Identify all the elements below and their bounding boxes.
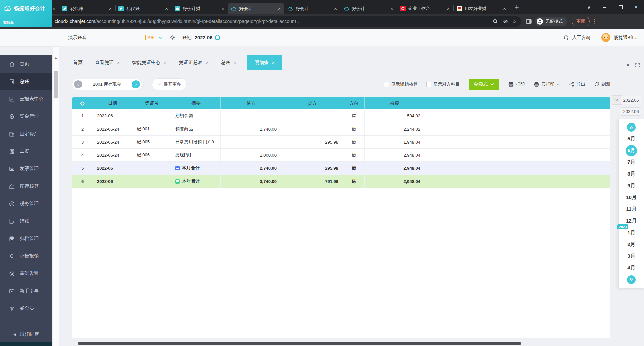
account-set-name[interactable]: 演示账套 xyxy=(68,35,87,41)
side-panel-icon[interactable] xyxy=(526,19,532,24)
browser-tab[interactable]: 好会计× xyxy=(284,3,341,14)
table-row[interactable]: 22022-06-24记-001销售商品1,740.00借2,244.02 xyxy=(72,122,610,136)
show-aux-checkbox[interactable]: 显示辅助核算 xyxy=(384,81,418,87)
sidebar-item-tax[interactable]: 税税务管理 xyxy=(0,195,52,212)
month-item-2月[interactable]: 2月 xyxy=(619,239,644,250)
sidebar-scrollbar[interactable]: ▲ xyxy=(52,47,59,346)
voucher-link[interactable]: 记-001 xyxy=(137,126,150,132)
user-name[interactable]: 畅捷通B组... xyxy=(614,35,639,41)
url-text[interactable]: cloud2.chanjet.com/accounting/uh26t264j5… xyxy=(55,19,301,24)
next-account-icon[interactable]: › xyxy=(132,80,140,88)
sidebar-item-member[interactable]: V畅会员 xyxy=(0,300,52,317)
horizontal-scrollbar-thumb[interactable] xyxy=(78,342,521,345)
update-button[interactable]: 更新 xyxy=(572,17,590,26)
tab-close-icon[interactable]: × xyxy=(502,6,507,11)
browser-tab[interactable]: 用友好业财× xyxy=(453,3,510,14)
tab-close-icon[interactable]: × xyxy=(117,60,120,65)
month-item-6月[interactable]: 6月 xyxy=(619,145,644,156)
tab-close-icon[interactable]: × xyxy=(52,6,56,11)
sidebar-item-salary[interactable]: 工资 xyxy=(0,143,52,160)
tab-close-icon[interactable]: × xyxy=(234,60,236,65)
sidebar-item-invoice[interactable]: 发票管理 xyxy=(0,160,52,178)
export-button[interactable]: 导出 xyxy=(569,81,585,87)
scroll-months-up-button[interactable] xyxy=(627,123,636,132)
amount-style-button[interactable]: 金额式 xyxy=(469,79,499,90)
new-tab-button[interactable]: + xyxy=(515,4,519,11)
scroll-months-down-button[interactable] xyxy=(627,275,636,284)
table-row[interactable]: 52022-06本月合计2,740.00295.98借2,948.04 xyxy=(72,162,610,175)
page-tab-查看凭证[interactable]: 查看凭证× xyxy=(93,55,121,70)
calendar-icon[interactable] xyxy=(215,35,220,40)
sidebar-item-fixed-assets[interactable]: 固定资产 xyxy=(0,125,52,143)
table-row[interactable]: 42022-06-24记-006提现[预]1,000.00借2,948.04 xyxy=(72,149,610,162)
column-settings-cell[interactable] xyxy=(72,97,93,109)
page-tab-智能凭证中心[interactable]: 智能凭证中心× xyxy=(130,55,168,70)
tab-close-icon[interactable]: × xyxy=(164,6,169,11)
cloud-print-button[interactable]: 云打印 xyxy=(534,81,560,87)
sidebar-item-closing[interactable]: 结账 xyxy=(0,212,52,230)
sidebar-item-cloud-reports[interactable]: 云报表中心 xyxy=(0,90,52,108)
fullscreen-icon[interactable] xyxy=(635,63,640,68)
settings-gear-icon[interactable] xyxy=(170,35,176,41)
month-item-9月[interactable]: 9月 xyxy=(619,180,644,192)
month-item-7月[interactable]: 7月 xyxy=(619,156,644,168)
checkbox-icon[interactable] xyxy=(426,82,431,87)
browser-tab[interactable]: 易代账× xyxy=(115,3,172,14)
month-item-10月[interactable]: 10月 xyxy=(619,192,644,203)
restore-button[interactable] xyxy=(612,0,628,14)
browser-menu-icon[interactable] xyxy=(594,19,595,24)
month-item-11月[interactable]: 11月 xyxy=(619,203,644,215)
expand-more-button[interactable]: 展开更多 xyxy=(152,78,187,90)
table-row[interactable]: 12022-06期初余额借504.02 xyxy=(72,109,610,122)
close-page-icon[interactable]: × xyxy=(626,62,630,68)
browser-tab[interactable]: 好会计× xyxy=(228,3,284,14)
voucher-link[interactable]: 记-005 xyxy=(137,139,150,145)
tab-close-icon[interactable]: × xyxy=(221,6,225,11)
browser-tab[interactable]: 好会计× xyxy=(341,3,397,14)
scrollbar-thumb[interactable] xyxy=(54,71,58,98)
account-selector[interactable]: ‹ 1001 库存现金 › xyxy=(72,79,142,90)
page-tab-明细账[interactable]: 明细账× xyxy=(247,55,282,70)
unpin-button[interactable]: ◀ 取消固定 xyxy=(0,331,52,337)
tab-close-icon[interactable]: × xyxy=(164,60,166,65)
sidebar-item-funds[interactable]: 资金管理 xyxy=(0,108,52,125)
tab-close-icon[interactable]: × xyxy=(108,6,112,11)
period-value[interactable]: 2022-06 xyxy=(195,35,212,40)
tab-close-icon[interactable]: × xyxy=(206,60,208,65)
browser-tab[interactable]: 易代账× xyxy=(59,3,115,14)
checkbox-icon[interactable] xyxy=(384,82,389,87)
close-window-button[interactable]: × xyxy=(628,0,644,14)
scroll-up-arrow-icon[interactable]: ▲ xyxy=(53,56,59,59)
table-row[interactable]: 32022-06-24记-005日常费用报销 用户0295.98借1,948.0… xyxy=(72,136,610,149)
tab-close-icon[interactable]: × xyxy=(446,6,450,11)
tab-search-icon[interactable]: ∨ xyxy=(581,0,597,14)
voucher-link[interactable]: 记-006 xyxy=(137,152,150,158)
browser-tab[interactable]: C企业工作台× xyxy=(397,3,453,14)
prev-account-icon[interactable]: ‹ xyxy=(74,80,82,88)
month-item-4月[interactable]: 4月 xyxy=(619,262,644,274)
page-tab-总账[interactable]: 总账× xyxy=(219,55,238,70)
period-from-box[interactable]: 2022.06 xyxy=(621,96,641,104)
month-item-8月[interactable]: 8月 xyxy=(619,168,644,180)
month-item-3月[interactable]: 3月 xyxy=(619,250,644,262)
avatar[interactable] xyxy=(601,33,610,42)
show-counter-checkbox[interactable]: 显示对方科目 xyxy=(426,81,460,87)
page-tab-凭证汇总表[interactable]: 凭证汇总表× xyxy=(177,55,210,70)
tab-close-icon[interactable]: × xyxy=(277,6,281,11)
tab-close-icon[interactable]: × xyxy=(333,6,338,11)
url-bar[interactable]: cloud2.chanjet.com/accounting/uh26t264j5… xyxy=(42,16,521,27)
page-tab-首页[interactable]: 首页 xyxy=(71,55,84,70)
sidebar-item-home[interactable]: 首页 xyxy=(0,55,52,73)
print-button[interactable]: 打印 xyxy=(508,81,525,87)
browser-tab[interactable]: 好会计财× xyxy=(172,3,228,14)
refresh-button[interactable]: 刷新 xyxy=(594,81,610,87)
account-dropdown-icon[interactable] xyxy=(158,36,162,39)
period-to-box[interactable]: 2022.06 xyxy=(621,107,641,116)
sidebar-item-guide[interactable]: 新手引导 xyxy=(0,282,52,300)
month-item-5月[interactable]: 5月 xyxy=(619,133,644,145)
support-link[interactable]: 人工咨询 xyxy=(572,35,590,41)
sidebar-item-archive[interactable]: 归档管理 xyxy=(0,230,52,247)
eye-slash-icon[interactable] xyxy=(503,19,508,24)
sidebar-item-inventory[interactable]: 库存核算 xyxy=(0,178,52,195)
sidebar-item-general-ledger[interactable]: 总账 xyxy=(0,73,52,90)
